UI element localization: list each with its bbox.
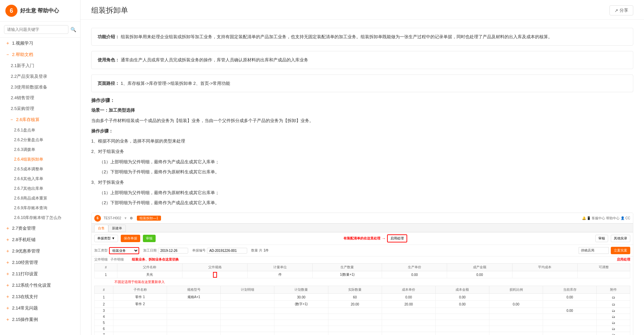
inner-tab-self[interactable]: 自售 (94, 225, 108, 232)
sidebar-item-2-6-6[interactable]: 2.6.6其他入库单 (0, 174, 80, 184)
inner-select-type[interactable]: 组装业务 拆卸业务 (109, 247, 139, 254)
sidebar-item-2-6-10[interactable]: 2.6.10库存账本错了怎么办 (0, 213, 80, 223)
step3: 3、对于拆装业务 (91, 178, 633, 187)
inner-ctd-2: 零件 1 (113, 294, 167, 301)
inner-th-1: # (95, 264, 117, 271)
sidebar-item-mobile[interactable]: ＋ 2.8手机旺铺 (0, 234, 80, 245)
plus-icon: ＋ (5, 260, 10, 266)
inner-cth-8: 成本金额 (435, 286, 489, 294)
inner-parent-table: # 父件名称 父件规格 计量单位 生产数量 生产单价 成产金额 平均成本 可调整 (94, 263, 630, 278)
minus-icon: － (5, 52, 10, 58)
inner-btn-extra2[interactable]: 其他实录 (611, 235, 630, 242)
main-body: 功能介绍： 组装拆卸单用来处理企业组装或拆卸等加工业务，支持有固定装配清单的产品… (80, 20, 644, 335)
inner-parent-tbody: 1 关光 件 1(数量+1) 0.00 0.00 (95, 271, 630, 278)
inner-input-date[interactable] (158, 248, 188, 254)
plus-icon: ＋ (5, 271, 10, 277)
step2: 2、对于组装业务 (91, 148, 633, 156)
inner-ctd-4 (221, 294, 274, 301)
inner-child-thead: # 子件名称 规格型号 计划明细 计划数量 实际数量 成本单价 成本金额 损耗比… (95, 286, 630, 294)
sidebar-item-sales[interactable]: 2.4销售管理 (0, 93, 80, 103)
inner-dropdown-icon: ▼ (124, 216, 127, 220)
inner-btn-annotation[interactable]: 启用处理 (387, 234, 407, 242)
sidebar-item-print[interactable]: ＋ 2.11打印设置 (0, 268, 80, 280)
sidebar-item-2-6-7[interactable]: 2.6.7其他出库单 (0, 184, 80, 193)
table-row: 5 🗂 (95, 320, 630, 326)
inner-parent-header-row: # 父件名称 父件规格 计量单位 生产数量 生产单价 成产金额 平均成本 可调整 (95, 264, 630, 271)
inner-ctd-5: 30.00 (274, 294, 328, 301)
sidebar-item-install[interactable]: 2.2产品安装及登录 (0, 71, 80, 82)
sidebar-item-2-6-4[interactable]: 2.6.4组装拆卸单 (0, 155, 80, 164)
nav-section: ＋ 1.视频学习 － 2.帮助文档 2.1新手入门 2.2产品安装及登录 2.3… (0, 38, 80, 325)
inner-cth-3: 规格型号 (167, 286, 221, 294)
inner-btn-confirm[interactable]: 立案实案 (611, 247, 630, 254)
sidebar-item-cases[interactable]: ＋ 2.15操作案例 (0, 314, 80, 325)
inner-tabs-bar: 自售 新建单 (92, 224, 633, 232)
logo-area: 6 好生意 帮助中心 (0, 0, 80, 22)
sidebar-item-faq[interactable]: ＋ 2.14常见问题 (0, 302, 80, 314)
sidebar-item-inventory[interactable]: － 2.6库存核算 (0, 114, 80, 125)
inner-btn-extra[interactable]: 审核 (595, 235, 608, 242)
search-input[interactable] (4, 25, 68, 34)
plus-icon: ＋ (5, 225, 10, 231)
inner-btn-type[interactable]: 单据类型 ▼ (94, 235, 118, 242)
sidebar-item-2-6-8[interactable]: 2.6.8商品成本重算 (0, 193, 80, 203)
search-button[interactable]: 🔍 (70, 27, 76, 32)
plus-icon: ＋ (5, 237, 10, 243)
ops-label: 操作步骤： (91, 98, 633, 104)
inner-annotation4: 启用处理 (617, 257, 630, 262)
path-label: 页面路径： (98, 81, 119, 86)
role-label: 使用角色： (98, 57, 119, 62)
sidebar-item-newbie[interactable]: 2.1新手入门 (0, 60, 80, 71)
inner-annotation1-area: 有装配清单的在这里处理 → 启用处理 (158, 234, 593, 242)
sidebar-item-docs[interactable]: － 2.帮助文档 (0, 49, 80, 60)
inner-tag: 组装拆卸—1 (137, 216, 161, 221)
role-box: 使用角色： 通常由生产人员或库管人员完成拆装业务的操作，库管人员确认原材料的出库… (91, 51, 633, 69)
inner-field-date-label: 加工日期 (143, 248, 157, 253)
table-row: 1 零件 1 规格A+1 30.00 60 0.00 0.00 0.00 � (95, 294, 630, 301)
inner-topbar: 6 TEST-H002 ▼ ⚙ 组装拆卸—1 🔔 📱 客服中心 帮助中心 👤 C… (92, 213, 633, 224)
inner-field-count-label: 数量 共 (251, 248, 262, 253)
inner-th-3: 父件规格 (182, 264, 248, 271)
minus-icon-inventory: － (9, 117, 14, 123)
sidebar-item-finance[interactable]: ＋ 2.7资金管理 (0, 223, 80, 234)
inner-td-num: 1 (95, 271, 117, 278)
sidebar-item-2-6-1[interactable]: 2.6.1盘点单 (0, 125, 80, 135)
inner-td-amount: 0.00 (447, 271, 512, 278)
inner-th-9: 可调整 (577, 264, 630, 271)
app-name: 好生意 帮助中心 (20, 7, 59, 14)
page-title: 组装拆卸单 (91, 5, 128, 15)
inner-ctd-1: 1 (95, 294, 113, 301)
share-button[interactable]: ↗ 分享 (609, 5, 633, 15)
path-text: 1、库存核算->库存管理->组装拆卸单 2、首页->常用功能 (121, 81, 230, 86)
scene-label: 场景一：加工类型选择 (91, 106, 633, 115)
sidebar-item-video[interactable]: ＋ 1.视频学习 (0, 38, 80, 49)
inner-field-count: 数量 共 1件 (251, 248, 269, 253)
inner-btn-submit[interactable]: 审核 (143, 235, 156, 242)
sidebar-item-mgmt[interactable]: ＋ 2.10经营管理 (0, 257, 80, 268)
sidebar-item-custom[interactable]: ＋ 2.12系统个性化设置 (0, 280, 80, 291)
inner-ctd-10: 0.00 (543, 294, 597, 301)
sidebar-item-2-6-9[interactable]: 2.6.9库存账本查询 (0, 203, 80, 213)
inner-cth-4: 计划明细 (221, 286, 274, 294)
inner-spec-val (213, 272, 217, 278)
inner-field-no-label: 单据编号 (192, 248, 206, 253)
inner-input-no[interactable] (207, 248, 247, 254)
inner-tab-new[interactable]: 新建单 (108, 225, 126, 232)
sidebar-item-2-6-3[interactable]: 2.6.3调拨单 (0, 145, 80, 155)
inner-type-box: 供稿店局 (579, 247, 609, 254)
inner-btn-save[interactable]: 保存单据 (121, 235, 140, 242)
sidebar-item-purchase[interactable]: 2.5采购管理 (0, 103, 80, 114)
inner-top-icons: 🔔 📱 客服中心 帮助中心 👤 CC (582, 216, 630, 221)
inner-annotation2-row: 父件明细 子件明细 组装业务、拆卸业务在这里切换 启用处理 (92, 257, 633, 263)
inner-child-header-row: # 子件名称 规格型号 计划明细 计划数量 实际数量 成本单价 成本金额 损耗比… (95, 286, 630, 294)
sidebar-item-2-6-2[interactable]: 2.6.2分量盘点单 (0, 135, 80, 145)
inner-ctd-6: 60 (328, 294, 382, 301)
inner-cth-1: # (95, 286, 113, 294)
inner-cth-11: 附件 (597, 286, 630, 294)
sidebar-item-coupon[interactable]: ＋ 2.9优惠券管理 (0, 245, 80, 257)
main-content: 组装拆卸单 ↗ 分享 功能介绍： 组装拆卸单用来处理企业组装或拆卸等加工业务，支… (80, 0, 644, 335)
sidebar-item-data[interactable]: 2.3使用前数据准备 (0, 82, 80, 93)
sidebar-item-2-6-5[interactable]: 2.6.5成本调整单 (0, 164, 80, 174)
inner-logo: 6 (94, 215, 101, 222)
sidebar-item-payment[interactable]: ＋ 2.13在线支付 (0, 291, 80, 302)
